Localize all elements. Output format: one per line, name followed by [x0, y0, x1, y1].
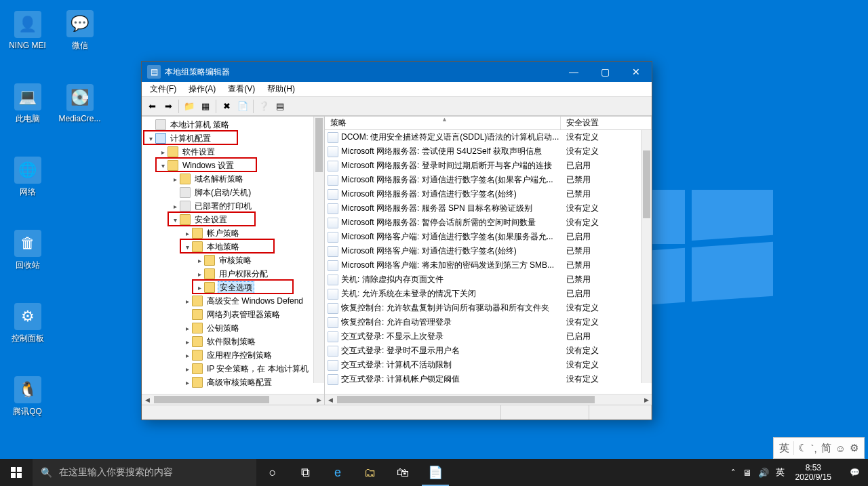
ime-item[interactable]: 英 — [779, 442, 789, 455]
list-hscroll[interactable]: ◀ ▶ — [325, 394, 652, 405]
desktop-icon-控制面板[interactable]: ⚙控制面板 — [2, 296, 53, 350]
policy-row[interactable]: 交互式登录: 计算机帐户锁定阈值没有定义 — [325, 372, 641, 386]
menu-帮助(H)[interactable]: 帮助(H) — [262, 82, 300, 96]
policy-row[interactable]: Microsoft 网络服务器: 对通信进行数字签名(如果客户端允...已禁用 — [325, 173, 641, 187]
tree-node[interactable]: ▸公钥策略 — [142, 321, 313, 335]
expand-icon[interactable]: ▸ — [195, 284, 204, 291]
filter-button[interactable]: ▤ — [273, 99, 288, 114]
policy-row[interactable]: 交互式登录: 登录时不显示用户名没有定义 — [325, 344, 641, 358]
ime-toolbar[interactable]: 英☾`,简☺⚙ — [773, 437, 865, 459]
back-button[interactable]: ⬅ — [144, 99, 159, 114]
policy-row[interactable]: Microsoft 网络服务器: 服务器 SPN 目标名称验证级别没有定义 — [325, 201, 641, 216]
task-edge[interactable]: e — [321, 459, 354, 486]
desktop-icon-此电脑[interactable]: 💻此电脑 — [2, 77, 53, 131]
expand-icon[interactable]: ▸ — [195, 257, 204, 264]
tree-node[interactable]: ▸软件设置 — [142, 145, 313, 159]
tree-vscroll[interactable] — [313, 117, 324, 383]
expand-icon[interactable]: ▸ — [170, 203, 180, 210]
action-center-button[interactable]: 💬 — [841, 459, 868, 486]
task-explorer[interactable]: 🗂 — [354, 459, 387, 486]
tree-node[interactable]: ▸帐户策略 — [142, 226, 313, 240]
ime-item[interactable]: 简 — [821, 442, 831, 455]
taskbar-search[interactable]: 🔍 在这里输入你要搜索的内容 — [33, 459, 256, 486]
expand-icon[interactable]: ▸ — [182, 352, 192, 359]
desktop-icon-回收站[interactable]: 🗑回收站 — [2, 223, 53, 277]
policy-row[interactable]: Microsoft 网络客户端: 将未加密的密码发送到第三方 SMB...已禁用 — [325, 258, 641, 272]
policy-row[interactable]: DCOM: 使用安全描述符定义语言(SDDL)语法的计算机启动...没有定义 — [325, 130, 641, 144]
export-button[interactable]: 📄 — [235, 99, 250, 114]
policy-row[interactable]: Microsoft 网络服务器: 登录时间过期后断开与客户端的连接已启用 — [325, 159, 641, 173]
task-notepad[interactable]: 📄 — [419, 459, 452, 486]
expand-icon[interactable]: ▸ — [182, 325, 192, 332]
expand-icon[interactable]: ▾ — [170, 216, 180, 224]
policy-row[interactable]: 交互式登录: 计算机不活动限制没有定义 — [325, 358, 641, 372]
up-button[interactable]: 📁 — [182, 99, 197, 114]
expand-icon[interactable]: ▾ — [146, 135, 155, 142]
tree-node[interactable]: ▸IP 安全策略，在 本地计算机 — [142, 362, 313, 376]
start-button[interactable] — [0, 459, 33, 486]
desktop-icon-NING MEI[interactable]: 👤NING MEI — [2, 3, 53, 58]
task-taskview[interactable]: ⧉ — [289, 459, 321, 486]
titlebar[interactable]: ▤ 本地组策略编辑器 — ▢ ✕ — [142, 62, 652, 82]
tray-overflow-icon[interactable]: ˄ — [731, 468, 736, 478]
policy-row[interactable]: 关机: 允许系统在未登录的情况下关闭已启用 — [325, 287, 641, 301]
desktop-icon-腾讯QQ[interactable]: 🐧腾讯QQ — [2, 369, 53, 424]
ime-item[interactable]: ⚙ — [850, 442, 859, 454]
tree-node[interactable]: ▸应用程序控制策略 — [142, 348, 313, 362]
policy-row[interactable]: Microsoft 网络客户端: 对通信进行数字签名(如果服务器允...已启用 — [325, 230, 641, 244]
tree-node[interactable]: ▾Windows 设置 — [142, 159, 313, 172]
tree-node[interactable]: 网络列表管理器策略 — [142, 308, 313, 321]
expand-icon[interactable]: ▸ — [182, 365, 192, 373]
policy-row[interactable]: Microsoft 网络服务器: 尝试使用 S4U2Self 获取声明信息没有定… — [325, 144, 641, 159]
expand-icon[interactable]: ▾ — [182, 243, 192, 251]
tree-node[interactable]: ▸高级安全 Windows Defend — [142, 294, 313, 308]
minimize-button[interactable]: — — [558, 62, 589, 82]
expand-icon[interactable]: ▾ — [158, 162, 167, 169]
tree-node[interactable]: ▸用户权限分配 — [142, 267, 313, 281]
column-security-setting[interactable]: 安全设置 — [561, 117, 652, 129]
delete-button[interactable]: ✖ — [219, 99, 234, 114]
menu-操作(A)[interactable]: 操作(A) — [183, 82, 221, 96]
tree-node[interactable]: ▾本地策略 — [142, 240, 313, 254]
tray-ime-icon[interactable]: 英 — [776, 466, 785, 479]
tree-node[interactable]: ▸审核策略 — [142, 254, 313, 267]
tree-node[interactable]: 本地计算机 策略 — [142, 118, 313, 131]
expand-icon[interactable]: ▸ — [170, 176, 180, 183]
maximize-button[interactable]: ▢ — [589, 62, 620, 82]
desktop-icon-MediaCre...[interactable]: 💽MediaCre... — [54, 77, 105, 131]
policy-row[interactable]: Microsoft 网络客户端: 对通信进行数字签名(始终)已禁用 — [325, 244, 641, 258]
policy-row[interactable]: 恢复控制台: 允许软盘复制并访问所有驱动器和所有文件夹没有定义 — [325, 301, 641, 315]
close-button[interactable]: ✕ — [620, 62, 652, 82]
tree-node[interactable]: ▸已部署的打印机 — [142, 199, 313, 213]
tray-volume-icon[interactable]: 🔊 — [758, 468, 769, 478]
policy-row[interactable]: Microsoft 网络服务器: 对通信进行数字签名(始终)已禁用 — [325, 187, 641, 201]
expand-icon[interactable]: ▸ — [195, 270, 204, 278]
tree-node[interactable]: ▸安全选项 — [142, 281, 313, 294]
policy-row[interactable]: 关机: 清除虚拟内存页面文件已禁用 — [325, 272, 641, 287]
tree-node[interactable]: ▾计算机配置 — [142, 131, 313, 145]
expand-icon[interactable]: ▸ — [182, 298, 192, 305]
expand-icon[interactable]: ▸ — [182, 379, 192, 386]
tree-node[interactable]: ▸软件限制策略 — [142, 335, 313, 348]
menu-查看(V)[interactable]: 查看(V) — [222, 82, 260, 96]
expand-icon[interactable]: ▸ — [182, 230, 192, 237]
tree-node[interactable]: 脚本(启动/关机) — [142, 186, 313, 199]
task-cortana[interactable]: ○ — [256, 459, 289, 486]
ime-item[interactable]: `, — [811, 443, 817, 454]
desktop-icon-网络[interactable]: 🌐网络 — [2, 150, 53, 204]
view-button[interactable]: ▦ — [198, 99, 213, 114]
tray-monitor-icon[interactable]: 🖥 — [743, 468, 751, 478]
desktop-icon-微信[interactable]: 💬微信 — [54, 3, 105, 58]
policy-row[interactable]: 恢复控制台: 允许自动管理登录没有定义 — [325, 315, 641, 329]
expand-icon[interactable]: ▸ — [158, 148, 167, 156]
tree-hscroll[interactable]: ◀ ▶ — [142, 394, 324, 405]
tree-node[interactable]: ▾安全设置 — [142, 213, 313, 226]
help-button[interactable]: ❔ — [256, 99, 271, 114]
list-vscroll[interactable] — [641, 130, 652, 383]
forward-button[interactable]: ➡ — [161, 99, 176, 114]
expand-icon[interactable]: ▸ — [182, 338, 192, 346]
tree-node[interactable]: ▸高级审核策略配置 — [142, 376, 313, 389]
menu-文件(F)[interactable]: 文件(F) — [144, 82, 182, 96]
tree-node[interactable]: ▸域名解析策略 — [142, 172, 313, 186]
policy-row[interactable]: 交互式登录: 不显示上次登录已启用 — [325, 329, 641, 344]
